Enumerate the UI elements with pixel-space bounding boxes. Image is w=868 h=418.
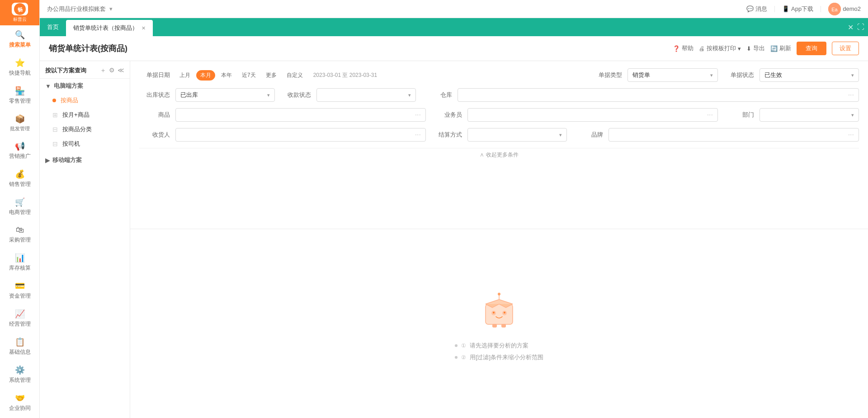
receiver-input[interactable]: ··· bbox=[175, 128, 426, 142]
outbound-label: 出库状态 bbox=[139, 91, 170, 99]
salesperson-dots-icon[interactable]: ··· bbox=[707, 111, 713, 119]
dropdown-arrow-icon[interactable]: ▾ bbox=[109, 5, 113, 12]
sidebar: 畅 标普云 🔍 搜索菜单 ⭐ 快捷导航 🏪 零售管理 📦 批发管理 📢 营销推广… bbox=[0, 0, 40, 418]
svg-point-10 bbox=[498, 293, 500, 295]
salesperson-group: ··· bbox=[467, 108, 718, 122]
doctype-label: 单据类型 bbox=[591, 71, 622, 79]
dept-select[interactable]: ▾ bbox=[760, 108, 859, 122]
sidebar-item-operations[interactable]: 📈 经营管理 bbox=[0, 304, 39, 332]
sidebar-item-search[interactable]: 🔍 搜索菜单 bbox=[0, 25, 39, 53]
help-button[interactable]: ❓ 帮助 bbox=[673, 44, 693, 52]
maximize-button[interactable]: ⛶ bbox=[857, 23, 864, 31]
export-button[interactable]: ⬇ 导出 bbox=[746, 44, 765, 52]
settlement-select[interactable]: ▾ bbox=[467, 128, 567, 142]
product-input[interactable]: ··· bbox=[175, 108, 426, 122]
topbar-left: 办公用品行业模拟账套 ▾ bbox=[47, 5, 113, 13]
sidebar-item-finance[interactable]: 💳 资金管理 bbox=[0, 276, 39, 304]
doctype-select[interactable]: 销货单 ▾ bbox=[627, 68, 718, 82]
tip1-icon: ① bbox=[461, 342, 466, 349]
salesperson-input[interactable]: ··· bbox=[467, 108, 718, 122]
wholesale-icon: 📦 bbox=[15, 114, 25, 124]
outbound-select[interactable]: 已出库 ▾ bbox=[175, 88, 275, 102]
tree-mobile-section[interactable]: ▶ 移动端方案 bbox=[40, 153, 130, 167]
filter-row-4: 收货人 ··· 结算方式 ▾ 品牌 bbox=[139, 128, 859, 142]
date-tags: 上月 本月 本年 近7天 更多 自定义 bbox=[175, 70, 307, 81]
svg-rect-11 bbox=[492, 324, 497, 328]
page-header: 销货单统计表(按商品) ❓ 帮助 🖨 按模板打印 ▾ ⬇ 导出 🔄 刷新 bbox=[40, 36, 868, 61]
brand-dots-icon[interactable]: ··· bbox=[848, 131, 854, 139]
warehouse-input[interactable]: ··· bbox=[458, 88, 859, 102]
topbar: 办公用品行业模拟账套 ▾ 💬 消息 📱 App下载 Ea bbox=[40, 0, 868, 18]
query-button[interactable]: 查询 bbox=[797, 42, 826, 55]
svg-rect-12 bbox=[501, 324, 506, 328]
sidebar-item-basic[interactable]: 📋 基础信息 bbox=[0, 332, 39, 361]
sidebar-item-sales[interactable]: 💰 销售管理 bbox=[0, 165, 39, 193]
outbound-value: 已出库 bbox=[180, 91, 267, 99]
app-download-button[interactable]: 📱 App下载 bbox=[782, 5, 813, 13]
warehouse-label: 仓库 bbox=[421, 91, 452, 99]
filter-row-3: 商品 ··· 业务员 ··· bbox=[139, 108, 859, 122]
tag-custom[interactable]: 自定义 bbox=[283, 70, 307, 81]
sidebar-item-wholesale[interactable]: 📦 批发管理 bbox=[0, 109, 39, 137]
tag-this-year[interactable]: 本年 bbox=[217, 70, 236, 81]
close-tab-button[interactable]: ✕ bbox=[848, 23, 854, 32]
warehouse-dots-icon[interactable]: ··· bbox=[848, 91, 854, 99]
sidebar-item-marketing[interactable]: 📢 营销推广 bbox=[0, 137, 39, 165]
sidebar-menu: 🔍 搜索菜单 ⭐ 快捷导航 🏪 零售管理 📦 批发管理 📢 营销推广 💰 销售管… bbox=[0, 25, 39, 418]
sidebar-item-ecommerce[interactable]: 🛒 电商管理 bbox=[0, 193, 39, 221]
left-panel-icons: ＋ ⚙ ≪ bbox=[100, 66, 124, 75]
topbar-divider bbox=[774, 6, 775, 12]
sidebar-item-retail[interactable]: 🏪 零售管理 bbox=[0, 81, 39, 109]
add-scheme-icon[interactable]: ＋ bbox=[100, 66, 106, 75]
retail-icon: 🏪 bbox=[15, 86, 25, 96]
tree-mobile-label: 移动端方案 bbox=[52, 156, 82, 164]
collapse-panel-icon[interactable]: ≪ bbox=[118, 66, 124, 75]
tree-item-by-product[interactable]: 按商品 bbox=[40, 93, 130, 108]
collapse-label: 收起更多条件 bbox=[486, 152, 519, 158]
tag-more[interactable]: 更多 bbox=[262, 70, 281, 81]
sidebar-item-system[interactable]: ⚙️ 系统管理 bbox=[0, 361, 39, 389]
docstatus-label: 单据状态 bbox=[723, 71, 754, 79]
sidebar-item-quicknav[interactable]: ⭐ 快捷导航 bbox=[0, 53, 39, 81]
tree-item-by-category[interactable]: ⊟ 按商品分类 bbox=[40, 122, 130, 137]
tab-report[interactable]: 销货单统计表（按商品） ✕ bbox=[66, 20, 153, 36]
tree-item-by-driver[interactable]: ⊟ 按司机 bbox=[40, 137, 130, 151]
sidebar-item-enterprise[interactable]: 🤝 企业协同 bbox=[0, 389, 39, 417]
product-dots-icon[interactable]: ··· bbox=[415, 111, 421, 119]
refresh-button[interactable]: 🔄 刷新 bbox=[770, 44, 791, 52]
docstatus-select[interactable]: 已生效 ▾ bbox=[760, 68, 859, 82]
print-button[interactable]: 🖨 按模板打印 ▾ bbox=[699, 44, 741, 52]
dept-label: 部门 bbox=[723, 111, 754, 119]
doctype-arrow-icon: ▾ bbox=[710, 72, 713, 78]
tree-desktop-section[interactable]: ▼ 电脑端方案 bbox=[40, 79, 130, 93]
receiver-dots-icon[interactable]: ··· bbox=[415, 131, 421, 139]
tag-last-month[interactable]: 上月 bbox=[175, 70, 194, 81]
main-area: 办公用品行业模拟账套 ▾ 💬 消息 📱 App下载 Ea bbox=[40, 0, 868, 418]
enterprise-icon: 🤝 bbox=[15, 393, 25, 403]
user-menu[interactable]: Ea demo2 bbox=[828, 3, 861, 15]
search-icon: 🔍 bbox=[15, 30, 25, 40]
tab-home[interactable]: 首页 bbox=[40, 18, 66, 36]
tip2-icon: ② bbox=[461, 354, 466, 361]
sidebar-item-inventory[interactable]: 📊 库存核算 bbox=[0, 248, 39, 276]
tag-this-month[interactable]: 本月 bbox=[196, 70, 215, 81]
payment-select[interactable]: ▾ bbox=[316, 88, 416, 102]
salesperson-label: 业务员 bbox=[431, 111, 462, 119]
empty-tip-2: ② 用[过滤]条件来缩小分析范围 bbox=[455, 353, 543, 361]
settings-button[interactable]: 设置 bbox=[832, 42, 859, 55]
payment-label: 收款状态 bbox=[280, 91, 311, 99]
brand-input[interactable]: ··· bbox=[609, 128, 859, 142]
basic-icon: 📋 bbox=[15, 337, 25, 347]
export-icon: ⬇ bbox=[746, 45, 751, 52]
sub-item-icon3: ⊟ bbox=[52, 140, 58, 147]
industry-label: 办公用品行业模拟账套 bbox=[47, 5, 106, 13]
sidebar-item-purchase[interactable]: 🛍 采购管理 bbox=[0, 221, 39, 248]
message-button[interactable]: 💬 消息 bbox=[746, 5, 767, 13]
tag-last-7days[interactable]: 近7天 bbox=[238, 70, 260, 81]
help-icon: ❓ bbox=[673, 45, 680, 52]
edit-scheme-icon[interactable]: ⚙ bbox=[109, 66, 115, 75]
tree-item-by-month-product[interactable]: ⊞ 按月+商品 bbox=[40, 108, 130, 122]
tab-close-icon[interactable]: ✕ bbox=[142, 25, 146, 31]
collapse-bar[interactable]: ∧ 收起更多条件 bbox=[139, 148, 859, 162]
empty-tip-1: ① 请先选择要分析的方案 bbox=[455, 342, 543, 350]
